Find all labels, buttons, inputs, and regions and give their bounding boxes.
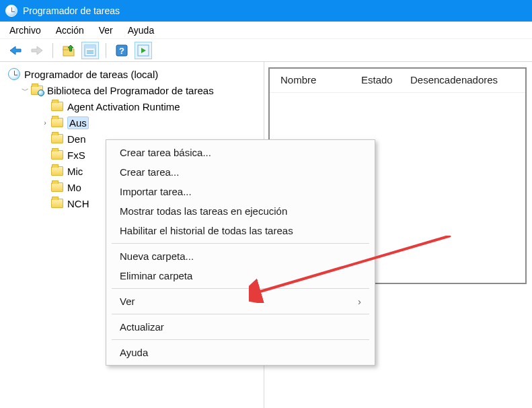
svg-rect-8 (87, 53, 93, 54)
tree-item-label: FxS (67, 149, 85, 161)
tree-item-label: Mo (67, 182, 81, 193)
svg-rect-6 (85, 45, 96, 48)
svg-marker-0 (10, 46, 21, 55)
tree-library[interactable]: ﹀ Biblioteca del Programador de tareas (4, 82, 264, 98)
properties-button[interactable] (81, 42, 99, 59)
folder-icon (51, 166, 63, 176)
titlebar: Programador de tareas (0, 0, 532, 22)
tree-item-label: Mic (67, 166, 83, 177)
tree-item-label: Agent Activation Runtime (67, 101, 180, 112)
menu-create-task[interactable]: Crear tarea... (106, 162, 375, 182)
folder-icon (51, 199, 63, 208)
folder-icon (51, 134, 63, 143)
run-button[interactable] (135, 42, 152, 59)
task-scheduler-icon (5, 5, 17, 17)
folder-library-icon (31, 86, 43, 95)
col-state[interactable]: Estado (361, 74, 410, 86)
tree-item-selected[interactable]: › Aus (4, 114, 264, 131)
up-button[interactable] (60, 42, 77, 59)
toolbar-separator (106, 43, 106, 58)
svg-marker-1 (32, 46, 42, 55)
svg-rect-7 (87, 50, 93, 52)
menu-import-task[interactable]: Importar tarea... (106, 182, 375, 201)
back-button[interactable] (7, 42, 24, 59)
tree-library-label: Biblioteca del Programador de tareas (47, 85, 214, 96)
menu-show-running[interactable]: Mostrar todas las tareas en ejecución (106, 201, 375, 221)
menu-help[interactable]: Ayuda (128, 25, 154, 36)
col-triggers[interactable]: Desencadenadores (410, 74, 498, 86)
tree-item-label: Den (67, 133, 86, 145)
menu-view-submenu[interactable]: Ver› (106, 292, 375, 311)
menu-create-basic-task[interactable]: Crear tarea básica... (106, 143, 375, 162)
tree-item-label: NCH (67, 198, 89, 209)
col-name[interactable]: Nombre (280, 74, 361, 86)
chevron-right-icon: › (358, 296, 361, 307)
menu-separator (112, 339, 369, 340)
window-title: Programador de tareas (23, 5, 120, 16)
expand-icon[interactable]: › (40, 118, 50, 127)
context-menu: Crear tarea básica... Crear tarea... Imp… (106, 139, 375, 366)
tree-item[interactable]: Agent Activation Runtime (4, 98, 264, 114)
help-button[interactable]: ? (113, 42, 130, 59)
folder-icon (51, 182, 63, 192)
folder-icon (51, 102, 63, 111)
menu-help[interactable]: Ayuda (106, 343, 375, 362)
menu-enable-history[interactable]: Habilitar el historial de todas las tare… (106, 221, 375, 240)
task-scheduler-icon (8, 68, 20, 80)
menu-separator (112, 243, 369, 244)
menu-separator (112, 314, 369, 314)
tree-root[interactable]: Programador de tareas (local) (4, 66, 264, 82)
tree-root-label: Programador de tareas (local) (24, 69, 158, 80)
menu-action[interactable]: Acción (56, 25, 84, 36)
forward-button[interactable] (28, 42, 46, 59)
svg-text:?: ? (119, 46, 124, 56)
tree-item-label: Aus (67, 116, 89, 129)
folder-icon (51, 118, 63, 127)
menu-delete-folder[interactable]: Eliminar carpeta (106, 266, 375, 285)
folder-icon (51, 150, 63, 160)
menu-separator (112, 288, 369, 289)
column-headers: Nombre Estado Desencadenadores (270, 69, 525, 93)
menu-refresh[interactable]: Actualizar (106, 317, 375, 337)
menubar: Archivo Acción Ver Ayuda (0, 22, 532, 39)
menu-new-folder[interactable]: Nueva carpeta... (106, 246, 375, 266)
toolbar: ? (0, 39, 532, 62)
menu-file[interactable]: Archivo (9, 25, 41, 36)
toolbar-separator (52, 43, 53, 58)
collapse-icon[interactable]: ﹀ (20, 86, 30, 96)
menu-view[interactable]: Ver (99, 25, 113, 36)
